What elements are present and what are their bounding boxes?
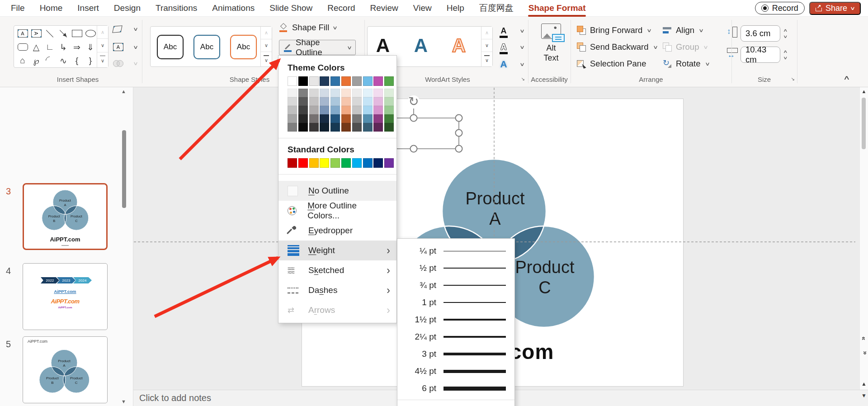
styles-more-button[interactable]: ∨ — [261, 52, 272, 66]
shape-style-preset-1[interactable]: Abc — [157, 35, 184, 59]
tab-百度网盘[interactable]: 百度网盘 — [479, 2, 514, 14]
standard-color-swatch-3[interactable] — [309, 158, 319, 168]
wordart-scroll-down-button[interactable]: ∨ — [481, 39, 492, 52]
brace-right-icon[interactable]: } — [84, 54, 97, 67]
theme-variant-swatch[interactable] — [320, 114, 329, 123]
standard-color-swatch-10[interactable] — [384, 158, 394, 168]
theme-variant-swatch[interactable] — [373, 89, 383, 97]
standard-color-swatch-7[interactable] — [352, 158, 362, 168]
brace-left-icon[interactable]: { — [70, 54, 84, 67]
slide-thumbnail-5[interactable]: AiPPT.com Product A Product B Product C — [23, 336, 108, 403]
standard-color-swatch-4[interactable] — [320, 158, 329, 168]
wordart-preset-3[interactable]: A — [446, 33, 472, 58]
theme-variant-swatch[interactable] — [330, 89, 340, 97]
block-arrow-down-icon[interactable]: ⇓ — [84, 40, 97, 54]
panel-scroll-down-icon[interactable]: ▼ — [121, 399, 126, 404]
block-arrow-right-icon[interactable]: ⇒ — [70, 40, 84, 54]
theme-color-swatch-5[interactable] — [330, 76, 340, 86]
text-box-v-icon[interactable]: A — [29, 27, 43, 40]
theme-variant-swatch[interactable] — [298, 89, 308, 97]
standard-color-swatch-8[interactable] — [363, 158, 373, 168]
theme-color-swatch-2[interactable] — [298, 76, 308, 86]
theme-variant-swatch[interactable] — [309, 97, 319, 106]
menu-item-no-outline[interactable]: No Outline› — [278, 181, 396, 201]
shape-height-field[interactable]: 3.6 cm — [741, 25, 780, 42]
elbow-connector-icon[interactable]: ∟ — [43, 40, 57, 54]
menu-item-sketched[interactable]: ≈≈≈≈Sketched› — [278, 260, 396, 280]
bring-forward-button[interactable]: Bring Forward∨ — [577, 24, 651, 37]
stepper-down-icon[interactable]: ∨ — [783, 56, 788, 60]
theme-variant-swatch[interactable] — [341, 97, 351, 106]
stepper-down-icon[interactable]: ∨ — [783, 34, 788, 39]
text-box-h-icon[interactable]: A — [16, 27, 29, 40]
standard-color-swatch-6[interactable] — [341, 158, 351, 168]
theme-variant-swatch[interactable] — [298, 97, 308, 106]
theme-variant-swatch[interactable] — [363, 114, 373, 123]
theme-color-swatch-7[interactable] — [352, 76, 362, 86]
weight-option-¾-pt[interactable]: ¾ pt — [397, 277, 514, 294]
theme-variant-swatch[interactable] — [341, 114, 351, 123]
wordart-more-button[interactable]: ∨ — [481, 52, 492, 66]
elbow-arrow-icon[interactable]: ↳ — [57, 40, 70, 54]
stepper-up-icon[interactable]: ∧ — [783, 49, 788, 54]
stepper-up-icon[interactable]: ∧ — [783, 28, 788, 33]
standard-color-swatch-5[interactable] — [330, 158, 340, 168]
theme-variant-swatch[interactable] — [373, 97, 383, 106]
theme-color-swatch-6[interactable] — [341, 76, 351, 86]
collapse-ribbon-icon[interactable]: ∧ — [843, 74, 850, 81]
theme-variant-swatch[interactable] — [288, 97, 297, 106]
theme-variant-swatch[interactable] — [352, 123, 362, 132]
theme-color-swatch-1[interactable] — [288, 76, 297, 86]
wordart-scroll-up-button[interactable]: ∧ — [481, 27, 492, 39]
scribble-icon[interactable]: ℘ — [29, 54, 43, 67]
slide-thumbnail-3[interactable]: Product A Product B Product C AiPPT.com — [23, 183, 108, 250]
menu-item-weight[interactable]: Weight› — [278, 241, 396, 260]
theme-color-swatch-8[interactable] — [363, 76, 373, 86]
selection-pane-button[interactable]: Selection Pane — [577, 57, 646, 71]
theme-variant-swatch[interactable] — [363, 123, 373, 132]
theme-variant-swatch[interactable] — [363, 97, 373, 106]
theme-color-swatch-10[interactable] — [384, 76, 394, 86]
tab-view[interactable]: View — [413, 3, 432, 13]
text-fill-button[interactable]: A ∨ — [499, 24, 524, 37]
weight-option-6-pt[interactable]: 6 pt — [397, 380, 514, 397]
tab-insert[interactable]: Insert — [77, 3, 99, 13]
theme-variant-swatch[interactable] — [384, 89, 394, 97]
shape-width-field[interactable]: 10.43 cm — [741, 47, 780, 63]
tab-slide-show[interactable]: Slide Show — [269, 3, 312, 13]
rounded-rectangle-icon[interactable] — [16, 40, 29, 54]
weight-option-1½-pt[interactable]: 1½ pt — [397, 311, 514, 328]
theme-variant-swatch[interactable] — [288, 114, 297, 123]
weight-option-¼-pt[interactable]: ¼ pt — [397, 242, 514, 260]
text-outline-button[interactable]: A ∨ — [499, 41, 524, 53]
standard-color-swatch-2[interactable] — [298, 158, 308, 168]
tab-animations[interactable]: Animations — [212, 3, 255, 13]
theme-variant-swatch[interactable] — [363, 89, 373, 97]
theme-color-swatch-3[interactable] — [309, 76, 319, 86]
theme-variant-swatch[interactable] — [320, 106, 329, 114]
theme-variant-swatch[interactable] — [309, 106, 319, 114]
theme-variant-swatch[interactable] — [352, 114, 362, 123]
freeform-icon[interactable]: ⌂ — [16, 54, 29, 67]
weight-option-½-pt[interactable]: ½ pt — [397, 260, 514, 277]
tab-transitions[interactable]: Transitions — [156, 3, 197, 13]
edit-shape-button[interactable]: ∨ — [113, 22, 137, 36]
weight-option-3-pt[interactable]: 3 pt — [397, 345, 514, 363]
theme-variant-swatch[interactable] — [288, 89, 297, 97]
theme-variant-swatch[interactable] — [288, 123, 297, 132]
theme-variant-swatch[interactable] — [320, 89, 329, 97]
theme-variant-swatch[interactable] — [320, 123, 329, 132]
styles-scroll-up-button[interactable]: ∧ — [261, 27, 272, 39]
theme-variant-swatch[interactable] — [298, 114, 308, 123]
theme-variant-swatch[interactable] — [384, 123, 394, 132]
gallery-more-button[interactable]: ∨ — [97, 52, 108, 67]
menu-item-dashes[interactable]: Dashes› — [278, 280, 396, 300]
oval-icon[interactable] — [84, 27, 97, 40]
theme-variant-swatch[interactable] — [341, 106, 351, 114]
theme-variant-swatch[interactable] — [309, 123, 319, 132]
scroll-jump-down-icon[interactable]: ▼ — [860, 392, 868, 399]
shape-width-stepper[interactable]: ∧ ∨ — [781, 47, 789, 62]
send-backward-button[interactable]: Send Backward∨ — [577, 40, 657, 54]
gallery-scroll-up-button[interactable]: ∧ — [97, 26, 108, 39]
tab-home[interactable]: Home — [40, 3, 63, 13]
